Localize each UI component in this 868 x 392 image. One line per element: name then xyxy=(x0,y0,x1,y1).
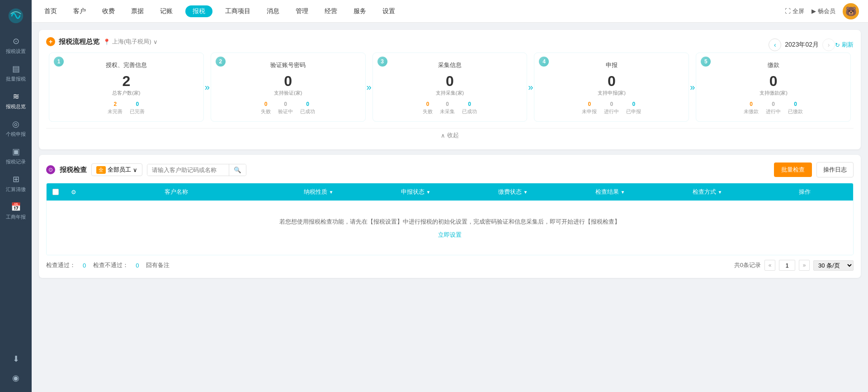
step-1-stat-1-label: 已完善 xyxy=(130,108,145,115)
user-avatar[interactable]: 🐻 xyxy=(843,3,859,19)
collapse-btn[interactable]: ∧ 收起 xyxy=(46,129,854,142)
filter-icon-check-result[interactable]: ▼ xyxy=(621,190,625,195)
nav-invoices[interactable]: 票据 xyxy=(127,5,147,17)
step-1-stat-1[interactable]: 0 已完善 xyxy=(130,101,145,115)
fullscreen-btn[interactable]: ⛶ 全屏 xyxy=(785,7,804,15)
refresh-label: 刷新 xyxy=(842,41,854,49)
flow-step-4: 4 申报 0 支持申报(家) 0 未申报 0 进行中 xyxy=(534,53,689,122)
step-4-stat-0[interactable]: 0 未申报 xyxy=(582,101,597,115)
nav-business[interactable]: 工商项目 xyxy=(222,5,254,17)
step-1-num: 1 xyxy=(54,57,64,67)
per-page-select[interactable]: 30 条/页 50 条/页 100 条/页 xyxy=(813,260,854,271)
sidebar-item-settlement[interactable]: ⊞ 汇算清缴 xyxy=(0,170,32,197)
step-3-stat-1-num: 0 xyxy=(446,101,449,107)
collapse-icon: ∧ xyxy=(441,132,445,139)
batch-check-button[interactable]: 批量检查 xyxy=(774,163,812,177)
nav-settings[interactable]: 设置 xyxy=(379,5,399,17)
step-4-stat-2[interactable]: 0 已申报 xyxy=(626,101,641,115)
header-checkbox[interactable] xyxy=(52,189,59,195)
step-5-stat-2[interactable]: 0 已缴款 xyxy=(788,101,803,115)
flow-arrow-2: » xyxy=(367,53,372,122)
step-5-stat-0[interactable]: 0 未缴款 xyxy=(744,101,759,115)
step-3-stat-1[interactable]: 0 未采集 xyxy=(440,101,455,115)
sidebar-item-annual-report[interactable]: 📅 工商年报 xyxy=(0,197,32,225)
sidebar-item-label: 汇算清缴 xyxy=(6,186,26,193)
step-3-stat-2-label: 已成功 xyxy=(462,108,477,115)
step-2-stat-0-num: 0 xyxy=(264,101,268,107)
step-2-stat-1[interactable]: 0 验证中 xyxy=(278,101,293,115)
prev-month-btn[interactable]: ‹ xyxy=(769,38,781,51)
next-page-btn[interactable]: » xyxy=(799,260,810,271)
flow-step-1: 1 授权、完善信息 2 总客户数(家) 2 未完善 0 已完善 xyxy=(49,53,204,122)
pass-count[interactable]: 0 xyxy=(83,262,86,269)
sidebar-item-location[interactable]: ◉ xyxy=(0,368,32,387)
search-input[interactable] xyxy=(147,164,229,176)
next-month-btn[interactable]: › xyxy=(822,38,835,51)
sidebar-item-tax-records[interactable]: ▣ 报税记录 xyxy=(0,142,32,170)
settlement-icon: ⊞ xyxy=(13,174,19,184)
sidebar-item-personal-tax[interactable]: ◎ 个税申报 xyxy=(0,115,32,142)
sidebar-item-tax-settings[interactable]: ⊙ 报税设置 xyxy=(0,32,32,59)
step-3-stat-1-label: 未采集 xyxy=(440,108,455,115)
step-1-stat-1-num: 0 xyxy=(136,101,139,107)
location-icon: ◉ xyxy=(12,373,19,383)
download-icon: ⬇ xyxy=(13,354,19,364)
filter-icon-declare[interactable]: ▼ xyxy=(426,190,431,195)
th-check-method: 检查方式 ▼ xyxy=(659,183,756,201)
tax-check-icon: ⊙ xyxy=(46,165,55,174)
nav-home[interactable]: 首页 xyxy=(41,5,61,17)
employee-filter[interactable]: 全 全部员工 ∨ xyxy=(91,163,142,176)
nav-management[interactable]: 管理 xyxy=(292,5,312,17)
th-settings[interactable]: ⚙ xyxy=(65,183,83,201)
step-3-title: 采集信息 xyxy=(380,61,520,69)
nav-fees[interactable]: 收费 xyxy=(99,5,118,17)
th-declare-status-label: 申报状态 xyxy=(401,188,425,196)
page-input[interactable] xyxy=(779,260,795,271)
nav-customers[interactable]: 客户 xyxy=(70,5,90,17)
flow-step-2: 2 验证账号密码 0 支持验证(家) 0 失败 0 验证中 xyxy=(211,53,366,122)
step-5-stat-1-label: 进行中 xyxy=(766,108,781,115)
step-5-stat-0-num: 0 xyxy=(750,101,753,107)
sidebar-item-tax-overview[interactable]: ≋ 报税总览 xyxy=(0,87,32,115)
step-1-stat-0[interactable]: 2 未完善 xyxy=(108,101,123,115)
search-button[interactable]: 🔍 xyxy=(229,164,246,176)
nav-accounting[interactable]: 记账 xyxy=(156,5,176,17)
operation-log-button[interactable]: 操作日志 xyxy=(816,162,854,177)
vip-btn[interactable]: ▶ 畅会员 xyxy=(811,7,835,15)
chevron-down-icon: ∨ xyxy=(153,38,158,45)
step-2-stat-2[interactable]: 0 已成功 xyxy=(300,101,315,115)
sidebar-item-label: 个税申报 xyxy=(6,131,26,138)
flow-arrow-1: » xyxy=(205,53,210,122)
sidebar-bottom: ⬇ ◉ xyxy=(0,349,32,392)
annual-report-icon: 📅 xyxy=(11,202,21,212)
sidebar-item-label: 报税记录 xyxy=(6,158,26,165)
filter-icon-payment[interactable]: ▼ xyxy=(524,190,528,195)
step-3-stat-0[interactable]: 0 失败 xyxy=(423,101,433,115)
refresh-btn[interactable]: ↻ 刷新 xyxy=(835,41,854,49)
filter-icon-tax-nature[interactable]: ▼ xyxy=(329,190,334,195)
sidebar-item-batch-tax[interactable]: ▤ 批量报税 xyxy=(0,59,32,87)
nav-tax[interactable]: 报税 xyxy=(185,5,212,17)
sidebar-item-download[interactable]: ⬇ xyxy=(0,349,32,368)
step-3-stat-2[interactable]: 0 已成功 xyxy=(462,101,477,115)
fullscreen-icon: ⛶ xyxy=(785,8,791,14)
nav-services[interactable]: 服务 xyxy=(350,5,370,17)
nav-right: ⛶ 全屏 ▶ 畅会员 🐻 xyxy=(785,3,859,19)
filter-icon-check-method[interactable]: ▼ xyxy=(718,190,722,195)
app-logo xyxy=(5,5,27,27)
step-4-stat-1[interactable]: 0 进行中 xyxy=(604,101,619,115)
fail-count[interactable]: 0 xyxy=(136,262,139,269)
location-selector[interactable]: 📍 上海(电子税局) ∨ xyxy=(103,38,158,46)
nav-messages[interactable]: 消息 xyxy=(263,5,283,17)
tax-check-title: 报税检查 xyxy=(60,166,87,174)
step-2-stat-2-label: 已成功 xyxy=(300,108,315,115)
employee-badge: 全 xyxy=(96,166,106,174)
th-name: 客户名称 xyxy=(83,183,270,201)
th-operation-label: 操作 xyxy=(799,188,811,196)
first-page-btn[interactable]: « xyxy=(764,260,775,271)
th-checkbox[interactable] xyxy=(47,183,65,201)
step-2-stat-0[interactable]: 0 失败 xyxy=(261,101,271,115)
nav-operations[interactable]: 经营 xyxy=(321,5,341,17)
setup-link[interactable]: 立即设置 xyxy=(438,231,462,238)
step-5-stat-1[interactable]: 0 进行中 xyxy=(766,101,781,115)
